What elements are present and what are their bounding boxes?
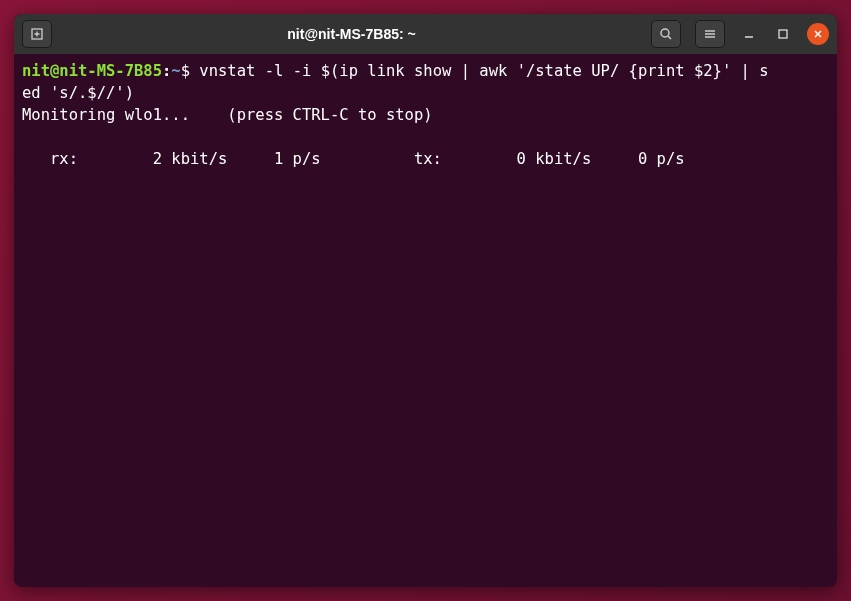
hamburger-icon bbox=[703, 27, 717, 41]
maximize-icon bbox=[777, 28, 789, 40]
titlebar-right-controls bbox=[651, 20, 829, 48]
terminal-body[interactable]: nit@nit-MS-7B85:~$ vnstat -l -i $(ip lin… bbox=[14, 54, 837, 587]
window-title: nit@nit-MS-7B85: ~ bbox=[58, 26, 645, 42]
prompt-colon: : bbox=[162, 62, 171, 80]
titlebar: nit@nit-MS-7B85: ~ bbox=[14, 14, 837, 54]
titlebar-left-controls bbox=[22, 20, 52, 48]
maximize-button[interactable] bbox=[773, 24, 793, 44]
prompt-symbol: $ bbox=[181, 62, 190, 80]
menu-button[interactable] bbox=[695, 20, 725, 48]
search-icon bbox=[659, 27, 673, 41]
svg-line-4 bbox=[668, 36, 671, 39]
output-monitoring: Monitoring wlo1... (press CTRL-C to stop… bbox=[22, 106, 433, 124]
new-tab-button[interactable] bbox=[22, 20, 52, 48]
command-line-2: ed 's/.$//') bbox=[22, 84, 134, 102]
prompt-path: ~ bbox=[171, 62, 180, 80]
close-button[interactable] bbox=[807, 23, 829, 45]
close-icon bbox=[813, 29, 823, 39]
minimize-icon bbox=[743, 28, 755, 40]
terminal-window: nit@nit-MS-7B85: ~ bbox=[14, 14, 837, 587]
search-button[interactable] bbox=[651, 20, 681, 48]
svg-rect-9 bbox=[779, 30, 787, 38]
svg-point-3 bbox=[661, 29, 669, 37]
prompt-user-host: nit@nit-MS-7B85 bbox=[22, 62, 162, 80]
new-tab-icon bbox=[30, 27, 44, 41]
minimize-button[interactable] bbox=[739, 24, 759, 44]
output-stats: rx: 2 kbit/s 1 p/s tx: 0 kbit/s 0 p/s bbox=[22, 150, 685, 168]
command-line-1: vnstat -l -i $(ip link show | awk '/stat… bbox=[190, 62, 769, 80]
